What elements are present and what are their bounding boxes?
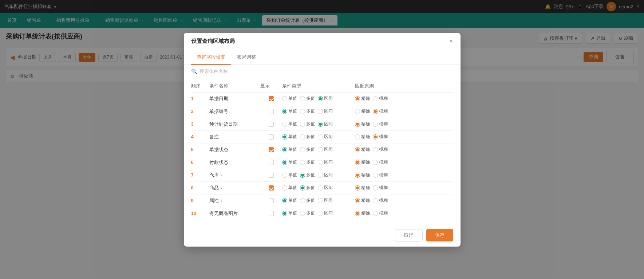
show-checkbox[interactable] xyxy=(269,147,274,152)
radio-label: 多值 xyxy=(306,210,315,216)
show-checkbox[interactable] xyxy=(269,109,274,114)
type-radio-item[interactable]: 单值 xyxy=(282,121,297,127)
table-row: 5单据状态单值多值区间精确模糊 xyxy=(191,144,453,156)
match-radio-item[interactable]: 精确 xyxy=(355,223,370,224)
cell-order: 4 xyxy=(191,134,209,140)
type-radio-item[interactable]: 区间 xyxy=(318,185,333,191)
search-input[interactable] xyxy=(199,68,265,74)
tab-query-fields[interactable]: 查询字段设置 xyxy=(191,50,231,65)
match-radio-item[interactable]: 模糊 xyxy=(373,185,388,191)
table-row: 7仓库 ∨单值多值区间精确模糊 xyxy=(191,169,453,182)
show-checkbox[interactable] xyxy=(269,185,274,190)
type-radio-item[interactable]: 单值 xyxy=(282,146,297,153)
type-radio-item[interactable]: 区间 xyxy=(318,95,333,102)
match-radio-item[interactable]: 精确 xyxy=(355,108,370,114)
match-radio-item[interactable]: 模糊 xyxy=(373,197,388,204)
match-radio-item[interactable]: 精确 xyxy=(355,121,370,127)
radio-circle xyxy=(355,160,360,165)
col-match: 匹配原则 xyxy=(355,83,428,89)
match-radio-item[interactable]: 精确 xyxy=(355,95,370,102)
show-checkbox[interactable] xyxy=(269,211,274,216)
type-radio-group: 单值多值区间 xyxy=(282,95,333,102)
type-radio-item[interactable]: 区间 xyxy=(318,223,333,224)
match-radio-item[interactable]: 模糊 xyxy=(373,134,388,140)
show-checkbox[interactable] xyxy=(269,96,274,101)
type-radio-item[interactable]: 区间 xyxy=(318,146,333,153)
type-radio-item[interactable]: 区间 xyxy=(318,108,333,114)
type-radio-item[interactable]: 单值 xyxy=(282,172,297,178)
save-button[interactable]: 保存 xyxy=(426,229,453,241)
type-radio-group: 单值多值区间 xyxy=(282,210,333,216)
show-checkbox[interactable] xyxy=(269,173,274,178)
cell-match: 精确模糊 xyxy=(355,121,428,127)
type-radio-item[interactable]: 单值 xyxy=(282,134,297,140)
type-radio-item[interactable]: 多值 xyxy=(300,146,315,153)
type-radio-item[interactable]: 多值 xyxy=(300,197,315,204)
match-radio-item[interactable]: 精确 xyxy=(355,134,370,140)
type-radio-item[interactable]: 区间 xyxy=(318,121,333,127)
radio-label: 单值 xyxy=(288,108,297,114)
type-radio-item[interactable]: 多值 xyxy=(300,159,315,165)
show-checkbox[interactable] xyxy=(269,122,274,127)
type-radio-item[interactable]: 单值 xyxy=(282,185,297,191)
match-radio-item[interactable]: 精确 xyxy=(355,197,370,204)
radio-label: 单值 xyxy=(288,223,297,224)
type-radio-item[interactable]: 多值 xyxy=(300,121,315,127)
type-radio-item[interactable]: 单值 xyxy=(282,95,297,102)
show-checkbox[interactable] xyxy=(269,134,274,140)
radio-circle xyxy=(300,122,305,127)
type-radio-group: 单值多值区间 xyxy=(282,121,333,127)
match-radio-item[interactable]: 模糊 xyxy=(373,95,388,102)
cell-show xyxy=(260,147,282,152)
cell-type: 单值多值区间 xyxy=(282,223,355,224)
type-radio-item[interactable]: 多值 xyxy=(300,134,315,140)
match-radio-item[interactable]: 精确 xyxy=(355,159,370,165)
show-checkbox[interactable] xyxy=(269,198,274,203)
type-radio-item[interactable]: 多值 xyxy=(300,95,315,102)
type-radio-item[interactable]: 多值 xyxy=(300,223,315,224)
match-radio-item[interactable]: 模糊 xyxy=(373,223,388,224)
match-radio-item[interactable]: 精确 xyxy=(355,172,370,178)
tab-layout-adjust[interactable]: 布局调整 xyxy=(231,50,262,65)
match-radio-item[interactable]: 精确 xyxy=(355,146,370,153)
match-radio-item[interactable]: 模糊 xyxy=(373,210,388,216)
type-radio-item[interactable]: 区间 xyxy=(318,197,333,204)
table-row: 4备注单值多值区间精确模糊 xyxy=(191,131,453,144)
radio-circle xyxy=(373,109,378,114)
radio-circle xyxy=(355,173,360,178)
type-radio-item[interactable]: 区间 xyxy=(318,172,333,178)
type-radio-item[interactable]: 区间 xyxy=(318,210,333,216)
type-radio-item[interactable]: 多值 xyxy=(300,185,315,191)
table-row: 1单据日期单值多值区间精确模糊 xyxy=(191,93,453,105)
radio-label: 多值 xyxy=(306,121,315,127)
tab-layout-adjust-label: 布局调整 xyxy=(237,54,256,60)
show-checkbox[interactable] xyxy=(269,160,274,165)
match-radio-item[interactable]: 模糊 xyxy=(373,159,388,165)
type-radio-item[interactable]: 多值 xyxy=(300,108,315,114)
match-radio-item[interactable]: 模糊 xyxy=(373,108,388,114)
dialog-close-button[interactable]: × xyxy=(449,38,453,44)
radio-label: 单值 xyxy=(288,146,297,153)
radio-label: 精确 xyxy=(361,146,370,153)
radio-label: 区间 xyxy=(324,210,333,216)
cancel-button[interactable]: 取消 xyxy=(395,229,423,241)
type-radio-item[interactable]: 单值 xyxy=(282,159,297,165)
match-radio-item[interactable]: 模糊 xyxy=(373,121,388,127)
type-radio-item[interactable]: 区间 xyxy=(318,159,333,165)
type-radio-item[interactable]: 多值 xyxy=(300,172,315,178)
cell-name: 单据状态 xyxy=(209,146,260,153)
type-radio-item[interactable]: 单值 xyxy=(282,223,297,224)
type-radio-item[interactable]: 单值 xyxy=(282,197,297,204)
type-radio-item[interactable]: 区间 xyxy=(318,134,333,140)
type-radio-item[interactable]: 单值 xyxy=(282,108,297,114)
cell-name: 属性 ∨ xyxy=(209,197,260,204)
type-radio-item[interactable]: 多值 xyxy=(300,210,315,216)
match-radio-item[interactable]: 模糊 xyxy=(373,146,388,153)
radio-label: 模糊 xyxy=(379,95,388,102)
radio-label: 多值 xyxy=(306,223,315,224)
match-radio-item[interactable]: 模糊 xyxy=(373,172,388,178)
match-radio-item[interactable]: 精确 xyxy=(355,185,370,191)
type-radio-item[interactable]: 单值 xyxy=(282,210,297,216)
match-radio-item[interactable]: 精确 xyxy=(355,210,370,216)
chevron-down-icon: ∨ xyxy=(220,198,223,203)
